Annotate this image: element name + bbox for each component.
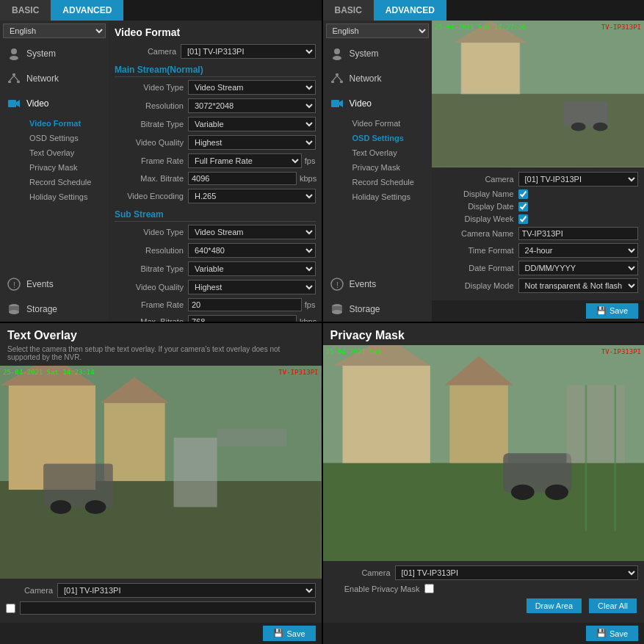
ms-frame-rate-row: Frame Rate Full Frame Rate fps — [115, 153, 316, 168]
br-camera-select[interactable]: [01] TV-IP313PI — [395, 565, 639, 580]
sidebar-item-system-tr[interactable]: System — [323, 41, 432, 66]
submenu-privacy-mask-tr[interactable]: Privacy Mask — [347, 160, 432, 175]
ms-video-quality-select[interactable]: Highest — [188, 135, 316, 150]
svg-line-5 — [10, 76, 14, 81]
panel-video-format: BASIC ADVANCED English System — [0, 0, 322, 322]
sidebar-item-network-tl[interactable]: Network — [0, 66, 109, 91]
osd-time-format-row: Time Format 24-hour — [438, 243, 639, 258]
save-label-tr: Save — [609, 306, 628, 315]
timestamp-overlay-br: 25-04-2021 Sat — [326, 348, 382, 355]
osd-display-date-checkbox[interactable] — [518, 202, 528, 211]
ss-video-quality-select[interactable]: Highest — [188, 280, 316, 294]
submenu-holiday-settings-tl[interactable]: Holiday Settings — [23, 189, 109, 204]
privacy-mask-title: Privacy Mask — [323, 323, 645, 345]
osd-display-week-checkbox[interactable] — [518, 214, 528, 224]
ss-frame-rate-input[interactable] — [188, 298, 302, 311]
ms-video-encoding-select[interactable]: H.265 — [188, 189, 316, 203]
submenu-record-schedule-tr[interactable]: Record Schedule — [347, 175, 432, 189]
sidebar-item-storage-tl[interactable]: Storage — [0, 297, 109, 322]
ms-bitrate-type-row: Bitrate Type Variable — [115, 117, 316, 131]
ms-frame-rate-select[interactable]: Full Frame Rate — [188, 153, 302, 168]
svg-rect-29 — [432, 94, 645, 167]
svg-rect-16 — [336, 73, 339, 76]
submenu-osd-tr[interactable]: OSD Settings — [347, 131, 432, 145]
ms-video-type-select[interactable]: Video Stream — [188, 80, 316, 95]
sidebar-label-events-tl: Events — [26, 279, 54, 289]
svg-point-1 — [10, 56, 18, 60]
svg-point-14 — [334, 48, 340, 54]
sidebar-label-network-tl: Network — [26, 73, 59, 84]
sidebar-item-network-tr[interactable]: Network — [323, 66, 432, 91]
osd-date-format-select[interactable]: DD/MM/YYYY — [518, 261, 639, 275]
submenu-holiday-settings-tr[interactable]: Holiday Settings — [347, 189, 432, 204]
sidebar-label-events-tr: Events — [350, 279, 377, 289]
privacy-mask-body: 25-04-2021 Sat TV-IP313PI — [323, 345, 645, 645]
language-select-tl[interactable]: English — [3, 23, 106, 38]
sidebar-item-storage-tr[interactable]: Storage — [323, 297, 432, 322]
camera-select-tl[interactable]: [01] TV-IP313PI — [181, 44, 316, 59]
draw-area-button[interactable]: Draw Area — [527, 598, 582, 613]
osd-camera-select[interactable]: [01] TV-IP313PI — [518, 172, 639, 187]
svg-point-35 — [593, 123, 607, 131]
sidebar-item-video-tr[interactable]: Video — [323, 91, 432, 116]
bl-camera-select[interactable]: [01] TV-IP313PI — [57, 583, 316, 598]
save-button-br[interactable]: 💾 Save — [586, 626, 638, 641]
ss-max-bitrate-row: Max. Bitrate kbps — [115, 315, 316, 322]
ms-video-type-row: Video Type Video Stream — [115, 80, 316, 95]
ms-bitrate-type-select[interactable]: Variable — [188, 117, 316, 131]
ms-video-quality-label: Video Quality — [115, 138, 188, 147]
network-icon-tl — [6, 70, 22, 87]
ss-bitrate-type-select[interactable]: Variable — [188, 261, 316, 276]
svg-rect-7 — [8, 100, 16, 107]
osd-display-mode-select[interactable]: Not transparent & Not flashing — [518, 278, 639, 293]
svg-point-55 — [545, 484, 568, 499]
ss-max-bitrate-input[interactable] — [188, 315, 297, 322]
ss-video-type-select[interactable]: Video Stream — [188, 225, 316, 239]
save-button-bl[interactable]: 💾 Save — [263, 626, 315, 641]
submenu-video-format-tl[interactable]: Video Format — [23, 116, 109, 131]
clear-all-button[interactable]: Clear All — [589, 598, 637, 613]
submenu-record-schedule-tl[interactable]: Record Schedule — [23, 175, 109, 189]
bl-camera-row: Camera [01] TV-IP313PI — [6, 583, 316, 598]
tab-basic-tl[interactable]: BASIC — [0, 0, 51, 21]
ms-max-bitrate-input[interactable] — [188, 172, 297, 185]
svg-point-43 — [51, 500, 71, 514]
ms-video-encoding-label: Video Encoding — [115, 192, 188, 200]
alert-icon-tr: ! — [329, 276, 345, 292]
osd-display-name-checkbox[interactable] — [518, 189, 528, 199]
text-overlay-body: 25-04-2021 Sat 14:23:14 TV-IP313PI — [0, 366, 322, 645]
save-button-tr[interactable]: 💾 Save — [586, 303, 638, 319]
tab-advanced-tr[interactable]: ADVANCED — [374, 0, 446, 21]
ms-resolution-select[interactable]: 3072*2048 — [188, 98, 316, 113]
tab-advanced-tl[interactable]: ADVANCED — [51, 0, 123, 21]
ss-bitrate-type-row: Bitrate Type Variable — [115, 261, 316, 276]
submenu-text-overlay-tl[interactable]: Text Overlay — [23, 145, 109, 160]
tab-bar-tl: BASIC ADVANCED — [0, 0, 322, 21]
sidebar-item-events-tl[interactable]: ! Events — [0, 272, 109, 297]
language-select-tr[interactable]: English — [326, 23, 429, 38]
ss-resolution-select[interactable]: 640*480 — [188, 243, 316, 258]
bl-text-input[interactable] — [20, 601, 316, 615]
osd-display-mode-label: Display Mode — [438, 281, 518, 290]
sidebar-item-video-tl[interactable]: Video — [0, 91, 109, 116]
submenu-video-format-tr[interactable]: Video Format — [347, 116, 432, 131]
camid-overlay-tr: TV-IP313PI — [601, 23, 641, 31]
osd-time-format-select[interactable]: 24-hour — [518, 243, 639, 258]
br-enable-checkbox[interactable] — [424, 584, 434, 593]
bl-text-checkbox[interactable] — [6, 604, 15, 613]
ss-resolution-row: Resolution 640*480 — [115, 243, 316, 258]
ms-max-bitrate-unit: kbps — [300, 174, 316, 183]
camera-row-tl: Camera [01] TV-IP313PI — [115, 44, 316, 59]
br-enable-label: Enable Privacy Mask — [329, 585, 424, 593]
submenu-privacy-mask-tl[interactable]: Privacy Mask — [23, 160, 109, 175]
osd-display-week-row: Display Week — [438, 214, 639, 224]
submenu-osd-tl[interactable]: OSD Settings — [23, 131, 109, 145]
submenu-text-overlay-tr[interactable]: Text Overlay — [347, 145, 432, 160]
osd-camera-name-input[interactable] — [518, 227, 639, 240]
sidebar-item-system-tl[interactable]: System — [0, 41, 109, 66]
sidebar-label-network-tr: Network — [350, 73, 382, 84]
tab-basic-tr[interactable]: BASIC — [323, 0, 374, 21]
svg-point-27 — [332, 310, 342, 314]
sidebar-item-events-tr[interactable]: ! Events — [323, 272, 432, 297]
osd-time-format-label: Time Format — [438, 246, 518, 255]
